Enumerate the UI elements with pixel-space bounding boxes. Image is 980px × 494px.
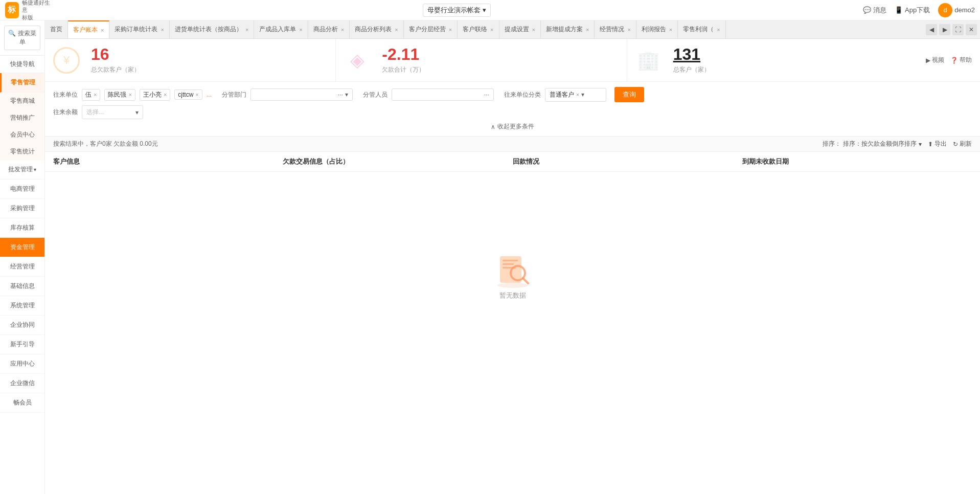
refresh-btn[interactable]: ↻ 刷新 bbox=[953, 140, 972, 148]
account-selector[interactable]: 母婴行业演示帐套 ▾ bbox=[423, 4, 491, 17]
tag-close-3[interactable]: × bbox=[164, 92, 167, 98]
sidebar-item-sys-mgmt[interactable]: 系统管理 bbox=[0, 296, 44, 316]
chevron-down-icon: ▾ bbox=[135, 109, 139, 116]
sidebar-sub-item-marketing[interactable]: 营销推广 bbox=[0, 109, 44, 126]
logo-area: 标 畅捷通好生意 标版 bbox=[5, 0, 50, 21]
tab-product-analysis-list[interactable]: 商品分析列表 × bbox=[350, 20, 403, 38]
tab-close-profit-report[interactable]: × bbox=[669, 27, 672, 33]
tab-operations[interactable]: 经营情况 × bbox=[595, 20, 636, 38]
stat-total-content: 131 总客户（家） bbox=[673, 46, 710, 74]
tab-close-stock-stats[interactable]: × bbox=[245, 27, 248, 33]
sidebar-item-batch-mgmt[interactable]: 批发管理 ▾ bbox=[0, 160, 44, 179]
logo-text: 畅捷通好生意 标版 bbox=[22, 0, 50, 21]
tab-purchase-orders[interactable]: 采购订单统计表 × bbox=[109, 20, 169, 38]
table-col-debt: 欠款交易信息（占比） bbox=[283, 157, 512, 166]
message-btn[interactable]: 💬 消息 bbox=[863, 6, 886, 15]
empty-illustration bbox=[487, 249, 538, 291]
chevron-down-icon: ▾ bbox=[581, 91, 584, 98]
export-icon: ⬆ bbox=[928, 141, 933, 148]
dots-icon: ··· bbox=[338, 91, 343, 98]
sidebar-item-corp-wechat[interactable]: 企业微信 bbox=[0, 374, 44, 393]
sidebar-item-app-center[interactable]: 应用中心 bbox=[0, 354, 44, 374]
tab-profit-report[interactable]: 利润报告 × bbox=[636, 20, 678, 38]
help-btn[interactable]: ❓ 帮助 bbox=[950, 56, 972, 64]
tab-close-new-improve[interactable]: × bbox=[586, 27, 589, 33]
sidebar-item-ecommerce[interactable]: 电商管理 bbox=[0, 179, 44, 199]
sidebar-item-retail-mgmt[interactable]: 零售管理 bbox=[0, 73, 44, 93]
query-btn[interactable]: 查询 bbox=[614, 87, 644, 102]
sidebar-item-basic-info[interactable]: 基础信息 bbox=[0, 277, 44, 296]
sidebar-item-capital[interactable]: 资金管理 bbox=[0, 238, 44, 257]
tab-close-customers[interactable]: × bbox=[101, 27, 104, 33]
sidebar-item-new-guide[interactable]: 新手引导 bbox=[0, 335, 44, 354]
person-filter-select[interactable]: ··· bbox=[392, 88, 494, 101]
unit-type-filter-select[interactable]: 普通客户 × ▾ bbox=[545, 88, 606, 102]
quick-nav-btn[interactable]: 快捷导航 bbox=[0, 56, 44, 73]
tab-close-customer-segment[interactable]: × bbox=[449, 27, 452, 33]
sidebar-item-inventory[interactable]: 库存核算 bbox=[0, 218, 44, 238]
sort-label: 排序： bbox=[823, 140, 841, 148]
tab-close-purchase-orders[interactable]: × bbox=[161, 27, 164, 33]
unit-filter-label: 往来单位 bbox=[53, 91, 78, 99]
header-right: 💬 消息 📱 App下载 d demo2 bbox=[863, 3, 975, 17]
tab-close-retail-profit[interactable]: × bbox=[717, 27, 720, 33]
right-panel: 首页 客户账本 × 采购订单统计表 × 进货单统计表（按商品） × 产成品入库单… bbox=[45, 20, 980, 494]
tab-close-customer-contact[interactable]: × bbox=[490, 27, 493, 33]
sidebar-item-corp-collab[interactable]: 企业协同 bbox=[0, 316, 44, 335]
play-icon: ▶ bbox=[926, 57, 930, 64]
sidebar-item-ops[interactable]: 经营管理 bbox=[0, 257, 44, 277]
sidebar-sub-item-member-center[interactable]: 会员中心 bbox=[0, 126, 44, 143]
tag-close-1[interactable]: × bbox=[94, 92, 97, 98]
tab-close-improve-settings[interactable]: × bbox=[532, 27, 535, 33]
user-avatar-area[interactable]: d demo2 bbox=[938, 3, 975, 17]
tab-home[interactable]: 首页 bbox=[45, 20, 68, 38]
tab-customers[interactable]: 客户账本 × bbox=[68, 20, 109, 38]
dept-filter-select[interactable]: ··· ▾ bbox=[250, 88, 353, 101]
tag-close-4[interactable]: × bbox=[195, 92, 198, 98]
sidebar-sub-item-retail-stats[interactable]: 零售统计 bbox=[0, 143, 44, 160]
tab-close-product-analysis-list[interactable]: × bbox=[395, 27, 398, 33]
filter-tag-1: 伍 × bbox=[82, 89, 100, 101]
video-btn[interactable]: ▶ 视频 bbox=[926, 56, 944, 64]
tab-close-operations[interactable]: × bbox=[627, 27, 630, 33]
tab-retail-profit[interactable]: 零售利润（ × bbox=[678, 20, 725, 38]
app-download-btn[interactable]: 📱 App下载 bbox=[895, 6, 930, 15]
tag-close-2[interactable]: × bbox=[128, 92, 131, 98]
filter-row-2: 往来余额 选择... ▾ bbox=[53, 105, 972, 119]
tab-close-inbound[interactable]: × bbox=[299, 27, 302, 33]
tab-close-product-analysis[interactable]: × bbox=[341, 27, 344, 33]
tab-new-improve[interactable]: 新增提成方案 × bbox=[541, 20, 595, 38]
stat-block-total: 🏢 131 总客户（家） bbox=[627, 39, 918, 81]
chevron-down-icon: ▾ bbox=[919, 141, 922, 148]
search-menu-btn[interactable]: 🔍 搜索菜单 bbox=[4, 26, 40, 50]
filter-more-tags-btn[interactable]: ... bbox=[207, 91, 212, 98]
sidebar-item-vip-member[interactable]: 畅会员 bbox=[0, 393, 44, 413]
tab-prev-btn[interactable]: ◀ bbox=[926, 24, 937, 35]
tabs-bar: 首页 客户账本 × 采购订单统计表 × 进货单统计表（按商品） × 产成品入库单… bbox=[45, 20, 980, 39]
sidebar-sub-item-retail-mall[interactable]: 零售商城 bbox=[0, 93, 44, 109]
question-icon: ❓ bbox=[950, 57, 958, 64]
sidebar-item-purchase[interactable]: 采购管理 bbox=[0, 199, 44, 218]
unit-type-tag-close[interactable]: × bbox=[576, 92, 579, 98]
filter-tag-3: 王小亮 × bbox=[140, 89, 170, 101]
tab-customer-segment[interactable]: 客户分层经营 × bbox=[404, 20, 458, 38]
chevron-up-icon: ∧ bbox=[491, 123, 495, 130]
svg-point-0 bbox=[497, 283, 528, 288]
tab-product-analysis[interactable]: 商品分析 × bbox=[308, 20, 350, 38]
tab-customer-contact[interactable]: 客户联络 × bbox=[458, 20, 499, 38]
credit-filter-select[interactable]: 选择... ▾ bbox=[82, 105, 143, 119]
tab-next-btn[interactable]: ▶ bbox=[939, 24, 950, 35]
tab-close-all-btn[interactable]: ✕ bbox=[966, 24, 977, 35]
chevron-down-icon: ▾ bbox=[345, 91, 348, 98]
tab-stock-stats[interactable]: 进货单统计表（按商品） × bbox=[170, 20, 254, 38]
sidebar: 🔍 搜索菜单 快捷导航 零售管理 零售商城 营销推广 会员中心 零售 bbox=[0, 20, 45, 494]
collapse-btn[interactable]: ∧ 收起更多条件 bbox=[53, 122, 972, 131]
sort-select[interactable]: 排序： 排序：按欠款金额倒序排序 ▾ bbox=[823, 140, 922, 148]
export-btn[interactable]: ⬆ 导出 bbox=[928, 140, 947, 148]
tab-inbound[interactable]: 产成品入库单 × bbox=[254, 20, 308, 38]
person-filter-label: 分管人员 bbox=[363, 91, 388, 99]
tab-expand-btn[interactable]: ⛶ bbox=[952, 24, 964, 35]
stat-debt-number: -2.11 bbox=[382, 46, 425, 62]
stat-icon-debt: ◈ bbox=[344, 47, 371, 74]
tab-improve-settings[interactable]: 提成设置 × bbox=[499, 20, 541, 38]
